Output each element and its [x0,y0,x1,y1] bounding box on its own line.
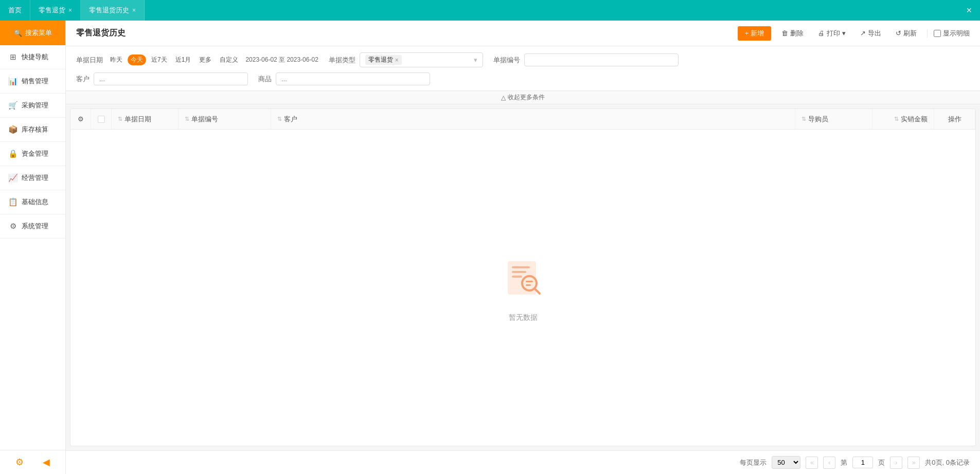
page-input[interactable] [852,457,873,468]
print-button-label: 打印 [827,29,840,38]
filter-row-1: 单据日期 昨天 今天 近7天 近1月 更多 自定义 2023-06-02 至 2… [76,52,970,67]
sidebar-item-operations-label: 经营管理 [22,173,48,183]
export-button[interactable]: ↗ 导出 [856,27,885,40]
print-button[interactable]: 🖨 打印 ▾ [814,27,850,40]
goods-label: 商品 [258,75,272,84]
tab-retail-return-history-label: 零售退货历史 [89,6,129,15]
refresh-button[interactable]: ↺ 刷新 [892,27,921,40]
sidebar-item-purchase[interactable]: 🛒 采购管理 [0,94,65,118]
sidebar-item-quick-nav-label: 快捷导航 [22,52,48,62]
sidebar-item-system-label: 系统管理 [22,222,48,231]
show-detail-label: 显示明细 [943,29,970,38]
basic-info-icon: 📋 [8,197,17,207]
th-amount-label: 实销金额 [901,115,928,124]
bill-no-input[interactable] [524,53,679,66]
delete-button[interactable]: 🗑 删除 [777,27,808,40]
bill-type-label: 单据类型 [329,56,355,65]
sidebar-item-sales[interactable]: 📊 销售管理 [0,69,65,94]
tab-retail-return-close[interactable]: × [68,7,72,14]
last-page-button[interactable]: » [907,457,920,469]
sort-asc-icon: ⇅ [118,116,122,122]
sidebar-item-basic-info[interactable]: 📋 基础信息 [0,190,65,214]
sidebar-item-basic-info-label: 基础信息 [22,197,48,207]
main-layout: 🔍 搜索菜单 ⊞ 快捷导航 📊 销售管理 🛒 采购管理 📦 库存核算 🔒 [0,21,980,474]
tab-home[interactable]: 首页 [0,0,30,21]
sidebar-item-operations[interactable]: 📈 经营管理 [0,166,65,190]
bill-type-tag-remove[interactable]: × [395,57,399,64]
page-actions: + 新增 🗑 删除 🖨 打印 ▾ ↗ 导出 ↺ 刷新 [738,26,970,41]
purchase-icon: 🛒 [8,101,17,110]
table-area: ⚙ ⇅ 单据日期 ⇅ 单据编号 ⇅ 客户 ⇅ [70,108,976,446]
yesterday-shortcut[interactable]: 昨天 [107,54,126,65]
print-dropdown-icon: ▾ [842,29,846,37]
th-guide-label: 导购员 [808,115,828,124]
sidebar-item-finance-label: 资金管理 [22,149,48,158]
sidebar-item-quick-nav[interactable]: ⊞ 快捷导航 [0,45,65,69]
inventory-icon: 📦 [8,125,17,134]
settings-column-icon: ⚙ [78,115,84,123]
th-bill-date[interactable]: ⇅ 单据日期 [112,109,179,129]
sidebar-item-inventory-label: 库存核算 [22,125,48,134]
export-icon: ↗ [860,29,866,37]
custom-shortcut[interactable]: 自定义 [217,54,241,65]
tab-retail-return[interactable]: 零售退货 × [30,0,81,21]
th-amount[interactable]: ⇅ 实销金额 [872,109,934,129]
next-page-button[interactable]: › [890,457,902,469]
th-bill-no-label: 单据编号 [191,115,218,124]
page-header: 零售退货历史 + 新增 🗑 删除 🖨 打印 ▾ ↗ 导出 [66,21,980,46]
th-bill-no[interactable]: ⇅ 单据编号 [179,109,271,129]
svg-rect-2 [512,271,526,273]
prev-page-button[interactable]: ‹ [823,457,835,469]
bill-type-dropdown-icon: ▾ [474,56,477,64]
per-page-label: 每页显示 [740,458,767,467]
goods-filter-group: 商品 [258,72,430,85]
goods-input[interactable] [276,72,430,85]
sidebar-item-system[interactable]: ⚙ 系统管理 [0,214,65,239]
bill-no-filter-group: 单据编号 [493,53,679,66]
new-button[interactable]: + 新增 [738,26,771,41]
th-customer[interactable]: ⇅ 客户 [271,109,795,129]
filter-area: 单据日期 昨天 今天 近7天 近1月 更多 自定义 2023-06-02 至 2… [66,46,980,104]
sidebar-search-button[interactable]: 🔍 搜索菜单 [0,21,65,45]
th-checkbox[interactable] [91,109,112,129]
1month-shortcut[interactable]: 近1月 [172,54,194,65]
bill-type-filter-group: 单据类型 零售退货 × ▾ [329,52,483,67]
sales-icon: 📊 [8,77,17,86]
header-checkbox[interactable] [98,116,105,123]
show-detail-checkbox[interactable]: 显示明细 [934,29,970,38]
settings-bottom-icon[interactable]: ⚙ [15,457,24,468]
sidebar-item-finance[interactable]: 🔒 资金管理 [0,142,65,166]
today-shortcut[interactable]: 今天 [128,54,146,65]
tab-retail-return-history[interactable]: 零售退货历史 × [81,0,145,21]
th-settings[interactable]: ⚙ [70,109,91,129]
page-label: 第 [841,458,847,467]
operations-icon: 📈 [8,173,17,183]
sort-customer-icon: ⇅ [277,116,282,122]
bill-type-select[interactable]: 零售退货 × ▾ [360,52,483,67]
first-page-button[interactable]: « [806,457,818,469]
collapse-sidebar-icon[interactable]: ◀ [43,457,50,468]
sidebar-bottom: ⚙ ◀ [0,450,65,474]
export-button-label: 导出 [868,29,881,38]
sidebar-item-inventory[interactable]: 📦 库存核算 [0,118,65,142]
table-header: ⚙ ⇅ 单据日期 ⇅ 单据编号 ⇅ 客户 ⇅ [70,109,975,130]
per-page-select[interactable]: 10 20 50 100 [772,456,800,469]
7days-shortcut[interactable]: 近7天 [148,54,170,65]
customer-input[interactable] [94,72,248,85]
sort-amount-icon: ⇅ [894,116,899,122]
sidebar: 🔍 搜索菜单 ⊞ 快捷导航 📊 销售管理 🛒 采购管理 📦 库存核算 🔒 [0,21,66,474]
date-filter-group: 单据日期 昨天 今天 近7天 近1月 更多 自定义 2023-06-02 至 2… [76,54,318,65]
filter-collapse-button[interactable]: △ 收起更多条件 [66,90,980,104]
svg-rect-6 [526,281,533,282]
more-shortcut[interactable]: 更多 [196,54,215,65]
tab-retail-return-history-close[interactable]: × [132,7,136,14]
print-icon: 🖨 [818,29,825,37]
empty-state-illustration [497,253,549,305]
svg-rect-1 [512,266,530,268]
date-shortcuts: 昨天 今天 近7天 近1月 更多 自定义 [107,54,241,65]
svg-rect-3 [512,276,522,278]
window-close-button[interactable]: × [958,0,980,21]
th-guide[interactable]: ⇅ 导购员 [795,109,872,129]
system-icon: ⚙ [8,222,17,231]
show-detail-input[interactable] [934,30,941,37]
